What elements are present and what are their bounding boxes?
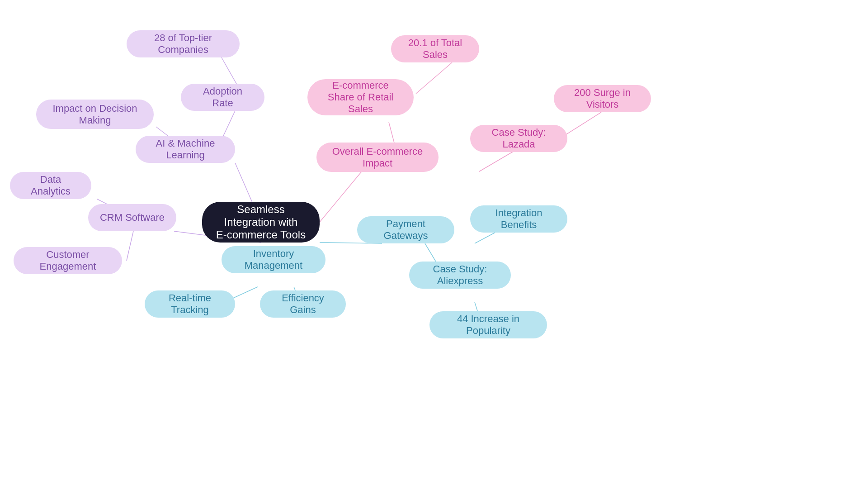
efficiency-gains-node: Efficiency Gains xyxy=(260,290,346,318)
case-lazada-label: Case Study: Lazada xyxy=(481,127,557,150)
inventory-label: Inventory Management xyxy=(232,248,315,271)
payment-gateways-label: Payment Gateways xyxy=(368,218,443,242)
adoption-rate-node: Adoption Rate xyxy=(181,84,264,111)
realtime-tracking-label: Real-time Tracking xyxy=(156,292,224,316)
surge-visitors-label: 200 Surge in Visitors xyxy=(565,87,640,110)
overall-ecommerce-label: Overall E-commerce Impact xyxy=(327,146,428,169)
overall-ecommerce-node: Overall E-commerce Impact xyxy=(316,143,439,172)
adoption-rate-label: Adoption Rate xyxy=(192,86,254,109)
center-node: Seamless Integration withE-commerce Tool… xyxy=(202,202,320,243)
center-label: Seamless Integration withE-commerce Tool… xyxy=(213,203,309,241)
increase-popularity-node: 44 Increase in Popularity xyxy=(429,311,547,338)
customer-engagement-label: Customer Engagement xyxy=(24,249,111,272)
top-tier-node: 28 of Top-tier Companies xyxy=(127,30,240,57)
data-analytics-node: Data Analytics xyxy=(10,172,91,199)
integration-benefits-label: Integration Benefits xyxy=(481,207,557,231)
realtime-tracking-node: Real-time Tracking xyxy=(145,290,235,318)
customer-engagement-node: Customer Engagement xyxy=(14,247,122,274)
surge-visitors-node: 200 Surge in Visitors xyxy=(554,85,651,112)
data-analytics-label: Data Analytics xyxy=(21,174,80,197)
ecommerce-share-node: E-commerce Share of RetailSales xyxy=(307,79,414,115)
efficiency-gains-label: Efficiency Gains xyxy=(271,292,335,316)
crm-label: CRM Software xyxy=(100,212,165,224)
inventory-node: Inventory Management xyxy=(222,246,326,273)
svg-line-10 xyxy=(479,152,513,171)
svg-line-9 xyxy=(416,62,452,94)
integration-benefits-node: Integration Benefits xyxy=(470,205,567,233)
total-sales-node: 20.1 of Total Sales xyxy=(391,35,479,62)
increase-popularity-label: 44 Increase in Popularity xyxy=(440,313,536,337)
case-aliexpress-label: Case Study: Aliexpress xyxy=(420,263,500,287)
top-tier-label: 28 of Top-tier Companies xyxy=(137,32,229,56)
case-lazada-node: Case Study: Lazada xyxy=(470,125,567,152)
svg-line-7 xyxy=(320,171,362,222)
ai-ml-label: AI & Machine Learning xyxy=(146,138,224,161)
ai-ml-node: AI & Machine Learning xyxy=(136,136,235,163)
impact-decision-node: Impact on Decision Making xyxy=(36,100,154,129)
svg-line-13 xyxy=(475,233,495,243)
svg-line-6 xyxy=(127,231,133,261)
ecommerce-share-label: E-commerce Share of RetailSales xyxy=(318,80,403,115)
case-aliexpress-node: Case Study: Aliexpress xyxy=(409,262,511,289)
impact-decision-label: Impact on Decision Making xyxy=(47,103,143,126)
payment-gateways-node: Payment Gateways xyxy=(357,216,454,243)
total-sales-label: 20.1 of Total Sales xyxy=(402,37,468,61)
crm-node: CRM Software xyxy=(88,204,176,231)
